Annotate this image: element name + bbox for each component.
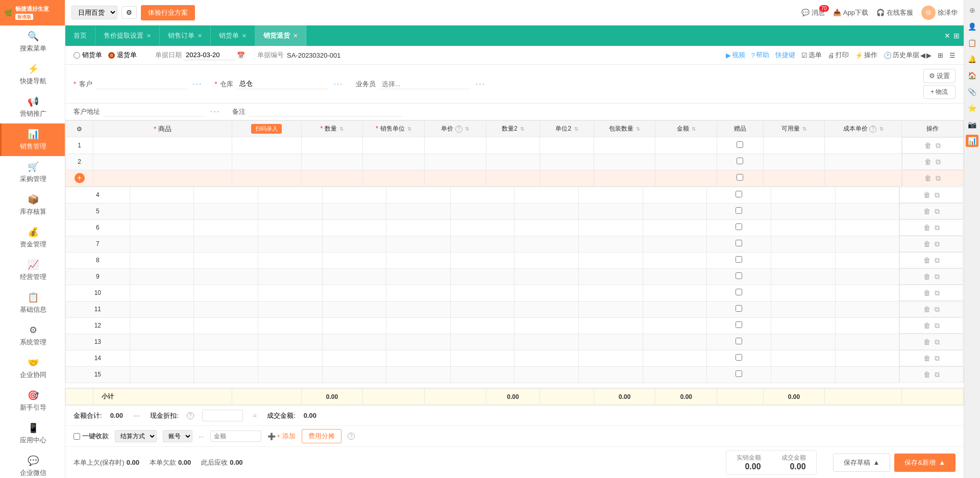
sidebar-item-guide[interactable]: 🎯 新手引导 — [0, 385, 65, 417]
calc-method-select[interactable]: 结算方式 — [115, 430, 157, 442]
copy-icon[interactable]: ⧉ — [936, 158, 941, 166]
layout-button[interactable]: ⊞ — [953, 32, 960, 40]
layout-grid-icon[interactable]: ⊞ — [938, 52, 943, 59]
gift-checkbox[interactable] — [736, 305, 742, 312]
product-input-active[interactable] — [97, 174, 228, 182]
sidebar-r-4[interactable]: 🔔 — [966, 53, 978, 65]
gift-checkbox[interactable] — [737, 141, 743, 148]
sidebar-item-marketing[interactable]: 📢 营销推广 — [0, 91, 65, 123]
copy-icon[interactable]: ⧉ — [935, 191, 940, 199]
copy-icon[interactable]: ⧉ — [935, 207, 940, 216]
tab-sale-return[interactable]: 销货退货 ✕ — [255, 26, 306, 46]
tab-home[interactable]: 首页 — [65, 26, 95, 46]
radio-return[interactable]: 退货单 — [108, 51, 137, 60]
delete-icon[interactable]: 🗑 — [923, 272, 930, 281]
customer-service-button[interactable]: 🎧 在线客服 — [876, 8, 913, 17]
sidebar-r-9[interactable]: 📊 — [966, 135, 978, 147]
warehouse-input[interactable] — [236, 79, 328, 89]
date-input[interactable] — [184, 50, 235, 60]
delete-icon[interactable]: 🗑 — [923, 256, 930, 264]
operation-btn[interactable]: ⚡ 操作 — [855, 51, 877, 60]
delete-icon[interactable]: 🗑 — [923, 289, 930, 297]
unit-sort-icon[interactable]: ⇅ — [407, 126, 411, 132]
qty2-sort-icon[interactable]: ⇅ — [520, 126, 524, 132]
sidebar-item-enterprise[interactable]: 🤝 企业协同 — [0, 352, 65, 385]
delete-icon[interactable]: 🗑 — [924, 158, 932, 166]
sidebar-r-1[interactable]: ⊕ — [967, 4, 977, 16]
copy-icon[interactable]: ⧉ — [936, 174, 941, 183]
sidebar-item-apps[interactable]: 📱 应用中心 — [0, 417, 65, 450]
history-next-icon[interactable]: ▶ — [926, 52, 932, 59]
tab-sale-order[interactable]: 销售订单 ✕ — [160, 26, 211, 46]
delete-icon[interactable]: 🗑 — [923, 223, 930, 232]
gift-checkbox[interactable] — [736, 338, 742, 344]
delete-icon[interactable]: 🗑 — [923, 207, 930, 215]
tab-sale[interactable]: 销货单 ✕ — [211, 26, 255, 46]
discount-input[interactable] — [202, 410, 243, 421]
sidebar-item-operation[interactable]: 📈 经营管理 — [0, 254, 65, 287]
radio-return-input[interactable] — [108, 52, 115, 59]
product-input[interactable] — [97, 141, 228, 149]
sidebar-item-search[interactable]: 🔍 搜索菜单 — [0, 26, 65, 58]
gift-checkbox[interactable] — [736, 354, 742, 361]
cost-info-icon[interactable]: ? — [869, 125, 876, 133]
sidebar-r-6[interactable]: 📎 — [966, 86, 978, 98]
sidebar-r-2[interactable]: 👤 — [966, 20, 978, 33]
app-download-button[interactable]: 📥 App下载 — [833, 8, 868, 17]
unit2-sort-icon[interactable]: ⇅ — [574, 126, 578, 132]
one-click-collect[interactable]: 一键收款 — [74, 432, 109, 441]
sidebar-item-finance[interactable]: 💰 资金管理 — [0, 221, 65, 254]
close-tab-sale-return[interactable]: ✕ — [293, 33, 298, 39]
qty-sort-icon[interactable]: ⇅ — [339, 126, 344, 132]
expense-info-icon[interactable]: ? — [348, 433, 355, 440]
address-lookup-btn[interactable]: ··· — [210, 107, 220, 116]
add-payment-button[interactable]: ➕ + 添加 — [267, 432, 296, 441]
shortcut-btn[interactable]: 快捷键 — [775, 51, 795, 60]
gift-checkbox[interactable] — [736, 370, 742, 377]
customer-lookup-btn[interactable]: ··· — [192, 80, 202, 89]
add-row-button[interactable]: + — [75, 173, 85, 183]
sidebar-item-basic[interactable]: 📋 基础信息 — [0, 287, 65, 319]
price-info-icon[interactable]: ? — [455, 125, 462, 133]
account-select[interactable]: 账号 — [163, 430, 192, 442]
close-tab-button[interactable]: ✕ — [944, 32, 950, 40]
gift-checkbox[interactable] — [736, 223, 742, 230]
gift-checkbox[interactable] — [737, 158, 743, 164]
copy-icon[interactable]: ⧉ — [935, 223, 940, 232]
sidebar-r-3[interactable]: 📋 — [966, 37, 978, 49]
gift-checkbox[interactable] — [736, 240, 742, 246]
help-btn[interactable]: ? 帮助 — [751, 51, 769, 60]
close-tab-sale-order[interactable]: ✕ — [198, 33, 202, 39]
sidebar-item-system[interactable]: ⚙ 系统管理 — [0, 319, 65, 352]
copy-icon[interactable]: ⧉ — [936, 141, 941, 150]
sidebar-item-purchase[interactable]: 🛒 采购管理 — [0, 156, 65, 189]
gift-checkbox[interactable] — [737, 174, 743, 181]
message-button[interactable]: 💬 消息 70 — [801, 8, 825, 17]
address-input[interactable] — [103, 107, 205, 117]
settings-action-btn[interactable]: ⚙ 设置 — [923, 69, 955, 83]
dots-btn[interactable]: ··· — [199, 433, 204, 440]
copy-icon[interactable]: ⧉ — [935, 289, 940, 297]
delete-icon[interactable]: 🗑 — [923, 370, 930, 379]
topbar-gear-button[interactable]: ⚙ — [121, 6, 137, 19]
save-draft-button[interactable]: 保存草稿 ▲ — [833, 454, 891, 472]
sidebar-item-inventory[interactable]: 📦 库存核算 — [0, 189, 65, 221]
one-click-checkbox[interactable] — [74, 433, 80, 440]
row-product[interactable] — [93, 137, 232, 154]
copy-icon[interactable]: ⧉ — [935, 338, 940, 346]
delete-icon[interactable]: 🗑 — [923, 305, 930, 313]
customer-input[interactable] — [95, 79, 187, 89]
gift-checkbox[interactable] — [736, 207, 742, 214]
delete-icon[interactable]: 🗑 — [923, 338, 930, 346]
copy-icon[interactable]: ⧉ — [935, 305, 940, 314]
layout-list-icon[interactable]: ☰ — [949, 52, 955, 59]
radio-sale-input[interactable] — [74, 52, 80, 59]
delete-icon[interactable]: 🗑 — [923, 240, 930, 248]
history-prev-icon[interactable]: ◀ — [920, 52, 925, 59]
amount-input[interactable] — [210, 431, 261, 442]
row-product[interactable] — [93, 154, 232, 170]
salesperson-lookup-btn[interactable]: ··· — [476, 80, 485, 89]
remark-input[interactable] — [249, 107, 402, 117]
sidebar-r-5[interactable]: 🏠 — [966, 69, 978, 82]
gift-checkbox[interactable] — [736, 289, 742, 295]
